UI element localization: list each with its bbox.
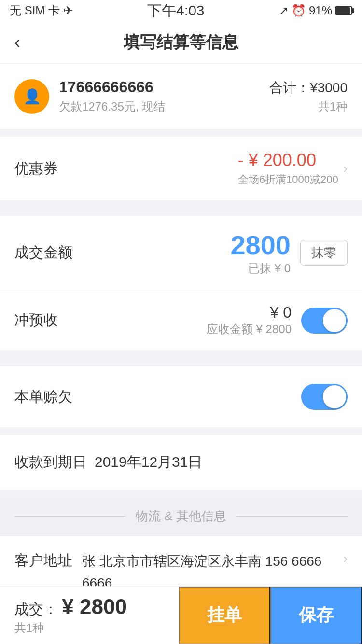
section-divider-2 <box>0 359 362 366</box>
status-bar: 无 SIM 卡 ✈ 下午4:03 ↗ ⏰ 91% <box>0 0 362 21</box>
battery-icon <box>335 6 352 15</box>
debt-label: 本单赊欠 <box>14 387 72 407</box>
total-amount: ¥3000 <box>310 80 348 95</box>
user-sub: 欠款1276.35元, 现结 <box>59 99 165 114</box>
deal-section: 成交金额 2800 已抹 ¥ 0 抹零 冲预收 ¥ 0 应收金额 ¥ 2800 <box>0 216 362 351</box>
debt-toggle[interactable] <box>301 384 348 410</box>
prepay-amount: ¥ 0 <box>270 304 292 322</box>
coupon-label: 优惠券 <box>14 159 58 179</box>
status-left: 无 SIM 卡 ✈ <box>10 3 73 18</box>
user-left: 👤 17666666666 欠款1276.35元, 现结 <box>14 78 165 114</box>
section-divider-1 <box>0 208 362 216</box>
deal-amount-row: 成交金额 2800 已抹 ¥ 0 抹零 <box>0 216 362 290</box>
logistics-line-left <box>14 516 126 517</box>
sim-status: 无 SIM 卡 ✈ <box>10 3 73 18</box>
total-label-amount: 合计：¥3000 <box>269 79 348 97</box>
nav-title: 填写结算等信息 <box>124 31 238 54</box>
logistics-line-right <box>236 516 348 517</box>
avatar-icon: 👤 <box>23 88 41 105</box>
footer-deal-text: 成交： <box>14 601 58 617</box>
back-button[interactable]: ‹ <box>14 32 20 53</box>
deal-amount-col: 2800 已抹 ¥ 0 <box>230 229 291 276</box>
logistics-divider: 物流 & 其他信息 <box>0 497 362 535</box>
deal-amount-value: 2800 <box>230 229 291 261</box>
coupon-right: - ¥ 200.00 全场6折满1000减200 › <box>238 150 348 187</box>
address-chevron-icon: › <box>343 551 348 566</box>
debt-toggle-thumb <box>323 385 346 408</box>
logistics-label: 物流 & 其他信息 <box>136 508 226 525</box>
user-right: 合计：¥3000 共1种 <box>269 79 348 114</box>
footer-info: 成交： ¥ 2800 共1种 <box>0 595 179 636</box>
status-time: 下午4:03 <box>147 1 204 21</box>
alarm-icon: ⏰ <box>292 4 306 17</box>
deal-sub: 已抹 ¥ 0 <box>248 261 291 276</box>
user-card: 👤 17666666666 欠款1276.35元, 现结 合计：¥3000 共1… <box>0 64 362 129</box>
due-date-value: 2019年12月31日 <box>95 452 202 472</box>
hangup-button[interactable]: 挂单 <box>179 587 270 644</box>
user-info: 17666666666 欠款1276.35元, 现结 <box>59 78 165 114</box>
location-icon: ↗ <box>279 4 289 17</box>
footer: 成交： ¥ 2800 共1种 挂单 保存 <box>0 586 362 644</box>
prepay-row: 冲预收 ¥ 0 应收金额 ¥ 2800 <box>0 290 362 351</box>
user-phone: 17666666666 <box>59 78 165 96</box>
coupon-amount-col: - ¥ 200.00 全场6折满1000减200 <box>238 150 338 187</box>
total-label: 合计： <box>269 80 310 95</box>
prepay-sub: 应收金额 ¥ 2800 <box>207 322 292 337</box>
coupon-chevron-icon: › <box>343 161 348 176</box>
prepay-right: ¥ 0 应收金额 ¥ 2800 <box>207 304 348 337</box>
status-right: ↗ ⏰ 91% <box>279 4 352 17</box>
coupon-desc: 全场6折满1000减200 <box>238 172 338 187</box>
footer-amount: ¥ 2800 <box>62 595 127 618</box>
deal-right: 2800 已抹 ¥ 0 抹零 <box>230 229 348 276</box>
address-label: 客户地址 <box>14 551 72 571</box>
deal-amount-label: 成交金额 <box>14 243 72 263</box>
prepay-amount-col: ¥ 0 应收金额 ¥ 2800 <box>207 304 292 337</box>
coupon-row[interactable]: 优惠券 - ¥ 200.00 全场6折满1000减200 › <box>0 137 362 200</box>
avatar: 👤 <box>14 79 49 114</box>
coupon-amount: - ¥ 200.00 <box>238 150 338 170</box>
prepay-toggle-thumb <box>323 309 346 332</box>
battery-level: 91% <box>309 4 332 17</box>
footer-deal-label: 成交： ¥ 2800 <box>14 595 164 619</box>
nav-bar: ‹ 填写结算等信息 <box>0 21 362 64</box>
save-button[interactable]: 保存 <box>270 587 362 644</box>
prepay-toggle[interactable] <box>301 308 348 334</box>
prepay-label: 冲预收 <box>14 310 58 330</box>
round-zero-button[interactable]: 抹零 <box>300 240 348 266</box>
debt-row: 本单赊欠 <box>0 366 362 427</box>
due-date-row: 收款到期日 2019年12月31日 <box>0 435 362 490</box>
due-date-label: 收款到期日 <box>14 452 87 472</box>
content: 👤 17666666666 欠款1276.35元, 现结 合计：¥3000 共1… <box>0 64 362 644</box>
total-count: 共1种 <box>269 99 348 114</box>
footer-count: 共1种 <box>14 620 164 636</box>
